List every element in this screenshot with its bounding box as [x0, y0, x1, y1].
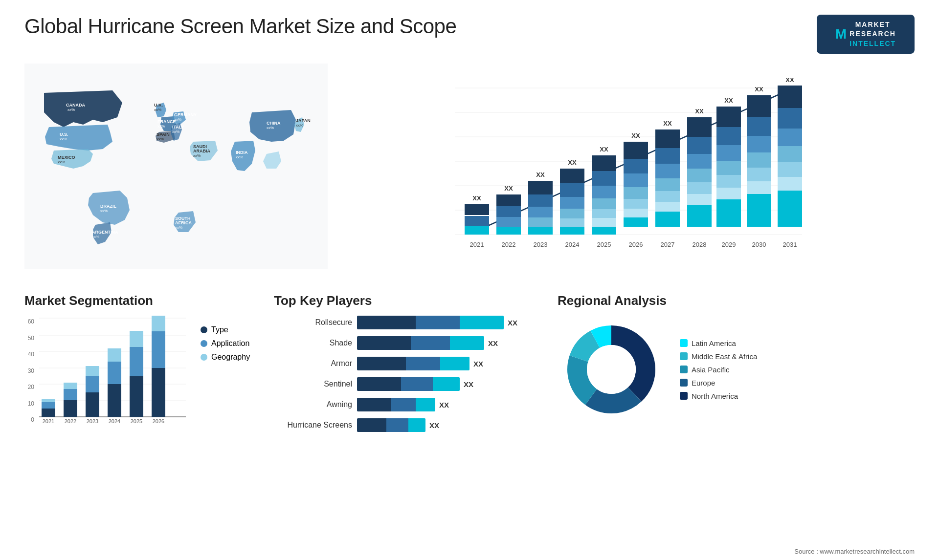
svg-rect-65: [560, 227, 584, 235]
svg-text:FRANCE: FRANCE: [157, 119, 176, 124]
svg-text:XX: XX: [755, 86, 763, 93]
player-value-rollsecure: XX: [508, 319, 517, 327]
player-name-awning: Awning: [274, 400, 352, 409]
player-row-awning: Awning XX: [274, 398, 543, 411]
player-name-shade: Shade: [274, 339, 352, 347]
reg-dot-asia-pacific: [680, 366, 688, 373]
svg-rect-118: [747, 181, 771, 194]
svg-rect-160: [152, 316, 165, 331]
svg-rect-119: [747, 194, 771, 227]
svg-text:CANADA: CANADA: [66, 103, 85, 108]
header: Global Hurricane Screen Market Size and …: [24, 15, 915, 54]
svg-rect-155: [130, 347, 143, 376]
svg-rect-89: [655, 178, 680, 191]
svg-rect-90: [655, 191, 680, 202]
y-label-10: 10: [24, 400, 34, 407]
svg-rect-49: [496, 217, 521, 227]
svg-text:XX: XX: [695, 108, 704, 115]
svg-rect-138: [42, 409, 55, 417]
svg-rect-151: [108, 362, 121, 384]
svg-rect-123: [778, 108, 802, 129]
svg-text:XX: XX: [504, 185, 513, 192]
player-bar-rollsecure: XX: [357, 316, 543, 329]
svg-rect-73: [592, 218, 616, 227]
svg-rect-127: [778, 177, 802, 191]
reg-label-mea: Middle East & Africa: [692, 352, 757, 361]
reg-legend-europe: Europe: [680, 379, 757, 387]
svg-text:XX: XX: [472, 194, 481, 202]
logo-box: M MARKET RESEARCH INTELLECT: [817, 15, 915, 54]
svg-rect-82: [624, 209, 648, 217]
svg-rect-60: [560, 169, 584, 183]
svg-text:JAPAN: JAPAN: [296, 118, 311, 123]
svg-rect-54: [528, 194, 553, 207]
svg-text:xx%: xx%: [92, 235, 99, 239]
reg-label-europe: Europe: [692, 379, 715, 387]
svg-rect-86: [655, 129, 680, 148]
svg-rect-107: [716, 161, 741, 175]
reg-dot-europe: [680, 379, 688, 387]
svg-rect-104: [716, 107, 741, 127]
svg-rect-70: [592, 186, 616, 198]
svg-text:2021: 2021: [43, 418, 54, 424]
regional-section: Regional Analysis: [558, 293, 915, 433]
svg-rect-91: [655, 202, 680, 212]
svg-text:xx%: xx%: [193, 153, 201, 158]
svg-rect-142: [64, 400, 77, 417]
y-label-40: 40: [24, 351, 34, 358]
svg-rect-43: [465, 216, 489, 226]
svg-text:2029: 2029: [722, 241, 736, 248]
player-value-sentinel: XX: [464, 380, 473, 388]
legend-application-dot: [201, 340, 207, 347]
player-bar-sentinel: XX: [357, 377, 543, 391]
svg-rect-147: [86, 376, 99, 392]
reg-label-asia-pacific: Asia Pacific: [692, 366, 730, 374]
y-label-0: 0: [24, 416, 34, 423]
svg-rect-48: [496, 206, 521, 217]
svg-text:xx%: xx%: [60, 137, 67, 141]
svg-text:XX: XX: [785, 78, 794, 84]
svg-rect-57: [528, 227, 553, 235]
svg-text:xx%: xx%: [267, 126, 274, 130]
legend-type-label: Type: [211, 325, 228, 334]
logo-line2: RESEARCH: [850, 29, 896, 39]
svg-rect-108: [716, 175, 741, 188]
svg-text:2026: 2026: [153, 418, 164, 424]
player-value-hurricane-screens: XX: [429, 421, 439, 430]
svg-text:GERMANY: GERMANY: [174, 112, 197, 117]
svg-rect-55: [528, 207, 553, 217]
legend-geography-label: Geography: [211, 353, 250, 362]
svg-text:2024: 2024: [109, 418, 120, 424]
svg-rect-71: [592, 198, 616, 209]
svg-text:2027: 2027: [661, 241, 675, 248]
svg-text:2022: 2022: [65, 418, 76, 424]
logo-line3: INTELLECT: [850, 39, 896, 49]
svg-text:2025: 2025: [597, 241, 611, 248]
players-section: Top Key Players Rollsecure XX Shade: [274, 293, 543, 433]
svg-text:2023: 2023: [534, 241, 548, 248]
reg-dot-mea: [680, 352, 688, 360]
svg-text:SPAIN: SPAIN: [156, 132, 170, 137]
regional-legend: Latin America Middle East & Africa Asia …: [680, 339, 757, 400]
svg-text:ARABIA: ARABIA: [193, 149, 210, 153]
svg-rect-56: [528, 217, 553, 227]
svg-rect-63: [560, 209, 584, 218]
svg-rect-96: [687, 137, 712, 154]
svg-rect-146: [86, 392, 99, 417]
svg-rect-69: [592, 171, 616, 186]
svg-text:U.K.: U.K.: [154, 103, 163, 108]
svg-rect-80: [624, 187, 648, 199]
svg-text:CHINA: CHINA: [267, 121, 281, 126]
svg-text:XX: XX: [600, 146, 608, 153]
player-name-armor: Armor: [274, 359, 352, 368]
svg-rect-72: [592, 209, 616, 218]
svg-text:AFRICA: AFRICA: [175, 220, 192, 225]
svg-text:xx%: xx%: [172, 129, 179, 134]
svg-rect-122: [778, 86, 802, 108]
svg-rect-74: [592, 227, 616, 235]
reg-dot-latin-america: [680, 339, 688, 347]
y-label-50: 50: [24, 335, 34, 342]
legend-application: Application: [201, 339, 250, 348]
legend-application-label: Application: [211, 339, 249, 348]
regional-title: Regional Analysis: [558, 293, 915, 308]
